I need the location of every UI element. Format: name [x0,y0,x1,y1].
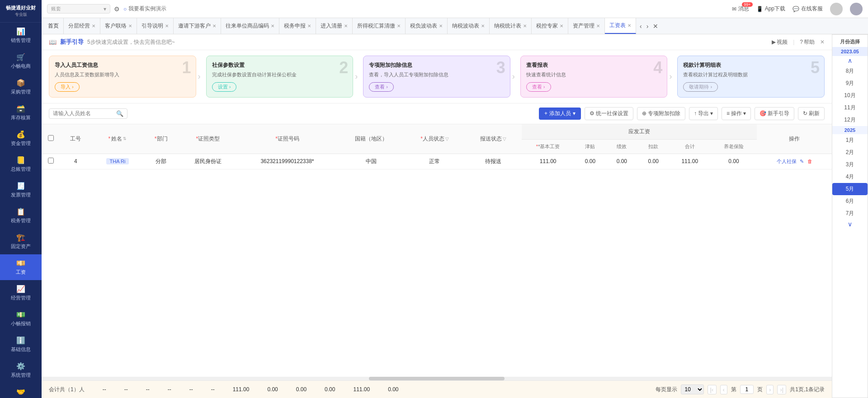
tab-guide-intro[interactable]: 引导说明 ✕ [137,18,174,34]
edit-link[interactable]: ✎ [800,159,804,164]
scroll-bar-thumb[interactable] [369,377,505,380]
close-icon[interactable]: ✕ [165,23,169,28]
close-icon[interactable]: ✕ [596,23,600,28]
service-button[interactable]: 💬 在线客服 [793,5,823,13]
report-filter-icon[interactable]: ▽ [503,136,506,141]
month-3[interactable]: 3月 [832,159,868,171]
user-avatar[interactable] [830,3,843,15]
step-btn-1[interactable]: 导入 › [55,82,80,92]
step-btn-4[interactable]: 查看 › [526,82,551,92]
sidebar-item-invoice[interactable]: 🧾 发票管理 [0,177,42,203]
next-page-btn[interactable]: › [766,385,774,394]
close-icon[interactable]: ✕ [397,23,401,28]
prev-page-btn[interactable]: ‹ [720,385,727,394]
sidebar-item-system[interactable]: ⚙️ 系统管理 [0,357,42,383]
close-icon[interactable]: ✕ [128,23,132,28]
tab-next-btn[interactable]: › [645,22,651,31]
month-4[interactable]: 4月 [832,171,868,183]
tab-prev-btn[interactable]: ‹ [638,22,644,31]
tab-tax-expert[interactable]: 税控专家 ✕ [532,18,568,34]
status-filter-icon[interactable]: ▽ [445,136,449,141]
sidebar-item-tax[interactable]: 📋 税务管理 [0,203,42,229]
close-icon[interactable]: ✕ [627,23,631,28]
help-link[interactable]: ? 帮助 [800,38,815,46]
export-btn[interactable]: ↑ 导出 ▾ [689,107,718,120]
close-icon[interactable]: ✕ [560,23,563,28]
month-12[interactable]: 12月 [832,114,868,126]
tab-layered[interactable]: 分层经营 ✕ [64,18,100,34]
close-icon[interactable]: ✕ [307,23,311,28]
search-icon[interactable]: 🔍 [116,110,123,117]
month-8[interactable]: 8月 [832,65,868,77]
social-security-btn[interactable]: ⚙ 统一社保设置 [585,107,633,120]
sidebar-item-ecommerce[interactable]: 🛒 小畅电商 [0,48,42,74]
month-1[interactable]: 1月 [832,134,868,146]
user-avatar2[interactable] [850,3,863,15]
sidebar-item-ledger[interactable]: 📒 总账管理 [0,151,42,177]
tab-tax-stat[interactable]: 纳税统计表 ✕ [490,18,532,34]
tab-clearance[interactable]: 进入清册 ✕ [316,18,353,34]
month-up-btn[interactable]: ∧ [832,56,868,65]
gear-icon[interactable]: ⚙ [114,5,120,13]
month-11[interactable]: 11月 [832,102,868,114]
video-link[interactable]: ▶ 视频 [772,38,788,46]
new-guide-btn[interactable]: 🎯 新手引导 [755,107,794,120]
month-10[interactable]: 10月 [832,89,868,102]
delete-link[interactable]: 🗑 [807,159,812,164]
tab-salary[interactable]: 工资表 ✕ [605,18,636,34]
close-icon[interactable]: ✕ [92,23,95,28]
page-size-select[interactable]: 10 20 50 100 [681,384,704,394]
sidebar-item-management[interactable]: 📈 经营管理 [0,280,42,306]
tab-close-all-btn[interactable]: ✕ [651,22,660,31]
sidebar-item-finance[interactable]: 💰 资金管理 [0,126,42,151]
horizontal-scrollbar[interactable] [42,377,832,380]
tab-tax-burden[interactable]: 税负波动表 ✕ [406,18,448,34]
demo-link[interactable]: ○ 我要看实例演示 [123,5,166,13]
refresh-btn[interactable]: ↻ 刷新 [798,107,825,120]
search-input[interactable] [53,110,116,117]
sidebar-item-basic-info[interactable]: ℹ️ 基础信息 [0,332,42,357]
social-security-link[interactable]: 个人社保 [777,159,797,164]
month-9[interactable]: 9月 [832,77,868,89]
close-icon[interactable]: ✕ [271,23,274,28]
add-person-button[interactable]: + 添加人员 ▾ [539,108,581,120]
sidebar-item-collab[interactable]: 🤝 企业协同 [0,383,42,398]
tab-home[interactable]: 首页 [43,18,64,34]
operation-btn[interactable]: ≡ 操作 ▾ [722,107,751,120]
month-down-btn[interactable]: ∨ [832,220,868,229]
tab-goods-code[interactable]: 往来单位商品编码 ✕ [221,18,279,34]
close-icon[interactable]: ✕ [212,23,216,28]
sidebar-item-assets[interactable]: 🏗️ 固定资产 [0,229,42,254]
sidebar-item-purchase[interactable]: 📦 采购管理 [0,74,42,100]
message-button[interactable]: ✉ 消息 99+ [732,5,749,13]
close-icon[interactable]: ✕ [344,23,348,28]
sidebar-item-salary[interactable]: 💴 工资 [0,254,42,280]
guide-close-btn[interactable]: ✕ [820,39,825,45]
sidebar-item-inventory[interactable]: 🗃️ 库存核算 [0,100,42,126]
tab-contact[interactable]: 客户联络 ✕ [100,18,137,34]
tab-assets[interactable]: 资产管理 ✕ [568,18,605,34]
row-select-checkbox[interactable] [48,158,54,164]
step-btn-3[interactable]: 查看 › [369,82,394,92]
select-all-checkbox[interactable] [48,135,54,141]
month-5-active[interactable]: 5月 [832,183,868,195]
tab-tax-wave[interactable]: 纳税波动表 ✕ [448,18,490,34]
sidebar-item-sales[interactable]: 📊 销售管理 [0,23,42,48]
app-download-button[interactable]: 📱 App下载 [756,5,785,13]
tab-tax-report[interactable]: 税务申报 ✕ [279,18,316,34]
first-page-btn[interactable]: |‹ [708,385,717,394]
close-icon[interactable]: ✕ [439,23,443,28]
tab-invite[interactable]: 邀请下游客户 ✕ [174,18,221,34]
month-2[interactable]: 2月 [832,146,868,159]
month-7[interactable]: 7月 [832,207,868,220]
tab-income-tax[interactable]: 所得税汇算清缴 ✕ [353,18,406,34]
page-input[interactable] [740,385,754,394]
close-icon[interactable]: ✕ [481,23,485,28]
close-icon[interactable]: ✕ [523,23,527,28]
account-selector[interactable]: 账套 ▾ [47,4,110,14]
step-btn-2[interactable]: 设置 › [212,82,237,92]
special-deduct-btn[interactable]: ⊕ 专项附加扣除 [637,107,685,120]
sidebar-item-expense[interactable]: 💵 小畅报销 [0,306,42,332]
step-btn-5[interactable]: 敬请期待 › [683,82,718,92]
month-6[interactable]: 6月 [832,195,868,207]
